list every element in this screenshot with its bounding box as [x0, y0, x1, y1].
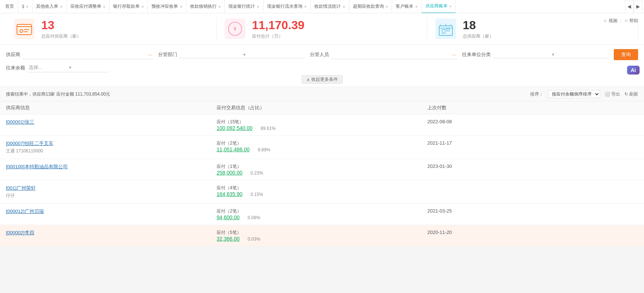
stat-content-payable-suppliers: 13 总应付供应商（家） [41, 18, 81, 39]
filter-unit-class: 往来单位分类 ▼ [462, 51, 610, 58]
supplier-link-2[interactable]: [000100]本特勤油品有限公司 [6, 163, 217, 170]
unit-class-chevron-icon: ▼ [551, 52, 608, 57]
table-row: [000100]本特勤油品有限公司 应付（1笔） 258,000.00 0.23… [0, 159, 644, 180]
payable-pct-3: 0.15% [251, 192, 263, 197]
nav-tab-cash-flow[interactable]: 现金银行流水查询 × [263, 0, 311, 13]
close-tab-overdue-query[interactable]: × [386, 4, 388, 9]
payable-amount-3[interactable]: 164,635.90 [217, 191, 242, 197]
stat-content-payable-total: 11,170.39 应付合计（万） [252, 18, 304, 39]
supplier-link-3[interactable]: [001]广州荣轩 [6, 185, 217, 192]
payable-label-1: 应付（2笔） [217, 140, 427, 146]
close-tab-bank-deposit[interactable]: × [141, 4, 144, 9]
balance-select[interactable]: 选择... ▼ [27, 63, 109, 72]
stat-block-payable-total: ¥ 11,170.39 应付合计（万） [217, 18, 427, 40]
stat-block-payable-suppliers: 13 总应付供应商（家） [6, 18, 217, 40]
unit-class-select[interactable]: ▼ [493, 51, 610, 58]
supplier-link-5[interactable]: [000002]李四 [6, 230, 217, 236]
nav-tab-other-income[interactable]: 其他收入单 × [32, 0, 66, 13]
close-tab-recv-stat[interactable]: × [343, 4, 345, 9]
payable-info-0: 应付（15笔） 100,092,540.00 89.61% [217, 119, 427, 131]
close-tab-recv-audit[interactable]: × [218, 4, 221, 9]
supplier-table: 供应商信息 应付交易信息（占比） 上次付数 [000001]张三 应付（15笔）… [0, 101, 644, 247]
video-link[interactable]: ⊙ 视频 [603, 18, 617, 24]
person-dots-btn[interactable]: ··· [452, 52, 456, 58]
close-tab-cash-stat[interactable]: × [257, 4, 259, 9]
nav-tab-customer-acct[interactable]: 客户账本 × [392, 0, 421, 13]
nav-tab-bank-deposit[interactable]: 银行存取款单 × [109, 0, 148, 13]
export-button[interactable]: ⬜ 导出 [605, 91, 620, 97]
svg-text:¥: ¥ [234, 26, 237, 32]
nav-tab-home[interactable]: 首页 [1, 0, 18, 13]
payable-amount-0[interactable]: 100,092,540.00 [217, 125, 252, 131]
payable-label-5: 应付（5笔） [217, 230, 427, 236]
balance-filter-label: 往来余额 [6, 65, 25, 71]
payable-amount-row-5: 32,366.00 0.03% [217, 236, 427, 242]
balance-chevron-icon: ▼ [68, 65, 108, 70]
unit-class-label: 往来单位分类 [462, 51, 491, 58]
payable-amount-2[interactable]: 258,000.00 [217, 170, 242, 176]
payable-amount-row-3: 164,635.90 0.15% [217, 191, 427, 197]
nav-tab-overdue-query[interactable]: 超期应收款查询 × [349, 0, 392, 13]
dept-select[interactable]: ▼ [179, 51, 306, 58]
payable-amount-4[interactable]: 94,600.00 [217, 214, 239, 220]
collapse-button[interactable]: ∧ 收起更多条件 [302, 75, 343, 84]
nav-tab-cash-stat[interactable]: 现金银行统计 × [225, 0, 263, 13]
close-tab-cash-flow[interactable]: × [304, 4, 307, 9]
supplier-input[interactable] [24, 52, 148, 57]
payable-label-3: 应付（4笔） [217, 185, 427, 191]
close-tab-3[interactable]: × [26, 4, 28, 9]
supplier-link-1[interactable]: [000007]恒旺二手叉车 [6, 140, 217, 147]
nav-arrow-left[interactable]: ◀ [625, 0, 634, 13]
ai-badge[interactable]: Ai [627, 66, 640, 75]
close-tab-other-income[interactable]: × [60, 4, 62, 9]
nav-tab-supplier-acct[interactable]: 供应商账本 × [422, 0, 456, 13]
nav-tab-recv-audit[interactable]: 收款核销执行 × [186, 0, 225, 13]
supplier-dots-btn[interactable]: ··· [148, 52, 152, 58]
sort-select[interactable]: 按应付余额倒序排序 [548, 90, 600, 98]
stats-header: 13 总应付供应商（家） ¥ 11,170.39 应付合计（万） [0, 13, 644, 45]
supplier-sub-3: 仔仔 [6, 193, 217, 199]
payable-label-2: 应付（1笔） [217, 163, 427, 170]
stat-content-total-suppliers: 18 总供应商（家） [463, 18, 494, 39]
payable-info-2: 应付（1笔） 258,000.00 0.23% [217, 163, 427, 176]
nav-tab-3[interactable]: 3 × [18, 0, 32, 13]
help-link[interactable]: ⊙ 帮助 [624, 18, 638, 24]
payable-total-icon: ¥ [224, 18, 246, 40]
payable-total-number: 11,170.39 [252, 18, 304, 32]
supplier-sub-1: 王通 17106110000 [6, 148, 217, 154]
person-input[interactable] [333, 52, 452, 57]
payable-suppliers-label: 总应付供应商（家） [41, 33, 81, 39]
supplier-input-wrap: ··· [22, 51, 154, 59]
nav-tab-recv-stat[interactable]: 收款情况统计 × [311, 0, 349, 13]
total-suppliers-number: 18 [463, 18, 494, 32]
payable-amount-1[interactable]: 11,051,486.00 [217, 146, 250, 152]
last-pay-2: 2023-01-30 [427, 163, 638, 169]
export-icon: ⬜ [605, 92, 610, 97]
supplier-info-2: [000100]本特勤油品有限公司 [6, 163, 217, 170]
payable-amount-5[interactable]: 32,366.00 [217, 236, 239, 242]
nav-tab-advance-recv[interactable]: 预收冲应收单 × [148, 0, 186, 13]
result-bar-right: 排序： 按应付余额倒序排序 ⬜ 导出 ↻ 刷新 [530, 90, 638, 98]
filter-row-1: 供应商 ··· 分管部门 ▼ 分管人员 ··· 往来单位分类 ▼ [6, 49, 638, 60]
supplier-link-4[interactable]: [000012]广州贝瑞 [6, 208, 217, 215]
last-pay-0: 2022-08-08 [427, 119, 638, 124]
nav-arrow-right[interactable]: ▶ [634, 0, 643, 13]
refresh-button[interactable]: ↻ 刷新 [624, 91, 638, 97]
payable-pct-4: 0.08% [248, 215, 260, 220]
query-button[interactable]: 查询 [614, 49, 638, 60]
payable-amount-row-1: 11,051,486.00 9.89% [217, 146, 427, 152]
close-tab-advance-recv[interactable]: × [180, 4, 182, 9]
close-tab-supplier-acct[interactable]: × [449, 4, 452, 8]
payable-amount-row-4: 94,600.00 0.08% [217, 214, 427, 220]
nav-tab-ar-adjust[interactable]: 应收应付调整单 × [67, 0, 109, 13]
table-row: [000012]广州贝瑞 应付（2笔） 94,600.00 0.08% 2021… [0, 204, 644, 225]
result-summary: 搜索结果中，供应商13家 应付金额 111,703,854.00元 [6, 91, 110, 97]
supplier-filter-label: 供应商 [6, 51, 20, 58]
payable-label-4: 应付（2笔） [217, 208, 427, 214]
filter-balance: 往来余额 选择... ▼ [6, 63, 109, 72]
supplier-link-0[interactable]: [000001]张三 [6, 119, 217, 125]
total-suppliers-icon [435, 18, 457, 40]
last-pay-4: 2021-03-25 [427, 208, 638, 214]
close-tab-customer-acct[interactable]: × [415, 4, 417, 9]
close-tab-ar-adjust[interactable]: × [103, 4, 105, 9]
